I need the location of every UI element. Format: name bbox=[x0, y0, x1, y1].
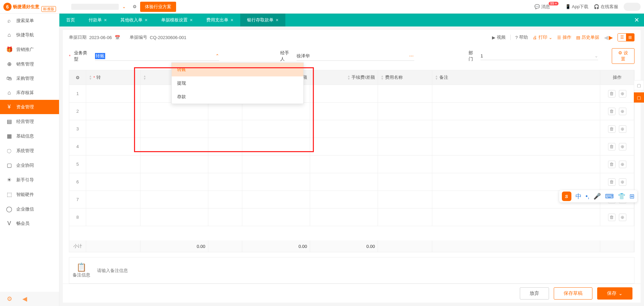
table-row[interactable]: 7🗑⊕ bbox=[69, 191, 634, 209]
col-fee[interactable]: ▲▼手续费/差额 bbox=[310, 70, 378, 85]
ime-punct-icon[interactable]: •, bbox=[586, 193, 589, 200]
trial-button[interactable]: 体验行业方案 bbox=[140, 2, 176, 12]
tab-home[interactable]: 首页 bbox=[59, 14, 82, 26]
tab-bankdeposit[interactable]: 银行存取款单✕ bbox=[240, 14, 285, 26]
sidebar-item-collab[interactable]: ▢企业协同 bbox=[0, 158, 59, 173]
sidebar-item-finance[interactable]: ¥资金管理 bbox=[0, 100, 59, 114]
row-add-icon[interactable]: ⊕ bbox=[619, 161, 626, 168]
draft-button[interactable]: 保存草稿 bbox=[554, 287, 592, 300]
row-add-icon[interactable]: ⊕ bbox=[619, 214, 626, 221]
save-button[interactable]: 保存 ⌄ bbox=[597, 287, 632, 300]
bag-icon: 🛍 bbox=[6, 75, 12, 82]
table-row[interactable]: 6🗑⊕ bbox=[69, 173, 634, 191]
gear-icon[interactable]: ⚙ bbox=[133, 4, 137, 9]
close-all-tabs[interactable]: ✕ bbox=[629, 16, 644, 24]
ime-keyboard-icon[interactable]: ⌨ bbox=[605, 193, 614, 200]
close-icon[interactable]: ✕ bbox=[104, 18, 107, 22]
sidebar-item-system[interactable]: ◌系统管理 bbox=[0, 143, 59, 158]
row-delete-icon[interactable]: 🗑 bbox=[608, 161, 615, 168]
close-icon[interactable]: ✕ bbox=[190, 18, 193, 22]
search-icon: ⌕ bbox=[6, 18, 12, 24]
row-add-icon[interactable]: ⊕ bbox=[619, 90, 626, 97]
row-delete-icon[interactable]: 🗑 bbox=[608, 125, 615, 133]
ime-lang[interactable]: 中 bbox=[575, 192, 582, 200]
bustype-select[interactable]: 转账 ⌃ bbox=[95, 52, 219, 61]
row-add-icon[interactable]: ⊕ bbox=[619, 125, 626, 133]
table-row[interactable]: 2🗑⊕ bbox=[69, 103, 634, 120]
table-row[interactable]: 3🗑⊕ bbox=[69, 120, 634, 138]
online-service-link[interactable]: 🎧 在线客服 bbox=[594, 4, 618, 10]
sidebar-item-wechat[interactable]: ◯企业微信 bbox=[0, 202, 59, 216]
tab-expense[interactable]: 费用支出单✕ bbox=[200, 14, 240, 26]
row-delete-icon[interactable]: 🗑 bbox=[608, 143, 615, 150]
dept-select[interactable]: 1 ⌄ bbox=[480, 52, 598, 60]
tab-otherincome[interactable]: 其他收入单✕ bbox=[114, 14, 154, 26]
table-row[interactable]: 4🗑⊕ bbox=[69, 138, 634, 156]
col-feename[interactable]: ▲▼费用名称 bbox=[378, 70, 432, 85]
settings-button[interactable]: ⚙ 设置 bbox=[612, 48, 634, 64]
video-link[interactable]: ▶ 视频 bbox=[492, 34, 506, 40]
table-row[interactable]: 8🗑⊕ bbox=[69, 209, 634, 226]
more-icon[interactable]: ⋯ bbox=[409, 53, 414, 58]
ime-skin-icon[interactable]: 👕 bbox=[618, 193, 625, 200]
prev-doc[interactable]: ◀ bbox=[604, 34, 608, 41]
table-row[interactable]: 1🗑⊕ bbox=[69, 85, 634, 103]
avatar[interactable] bbox=[624, 3, 641, 11]
next-doc[interactable]: ▶ bbox=[609, 34, 613, 41]
app-download-link[interactable]: 📱 App下载 bbox=[565, 4, 588, 10]
ime-tool-icon[interactable]: ⊞ bbox=[629, 193, 634, 200]
sidebar-item-guide[interactable]: ☀新手引导 bbox=[0, 173, 59, 187]
sidebar-item-purchase[interactable]: 🛍采购管理 bbox=[0, 71, 59, 86]
org-caret-icon[interactable]: ⌄ bbox=[122, 4, 126, 9]
tab-payment[interactable]: 付款单✕ bbox=[82, 14, 114, 26]
sidebar-settings-icon[interactable]: ⚙ bbox=[7, 295, 12, 303]
col-out[interactable]: ▲▼*转 bbox=[86, 70, 140, 85]
operate-button[interactable]: ☰ 操作 bbox=[557, 34, 571, 40]
ime-bar[interactable]: S 中 •, 🎤 ⌨ 👕 ⊞ bbox=[559, 190, 637, 202]
sidebar-item-marketing[interactable]: 🎁营销推广 bbox=[0, 42, 59, 57]
sidebar-item-hardware[interactable]: ⬚智能硬件 bbox=[0, 187, 59, 202]
help-link[interactable]: ? 帮助 bbox=[515, 34, 528, 40]
rail-btn-2[interactable]: ▢ bbox=[634, 92, 644, 103]
sidebar-item-quicknav[interactable]: ⌂快捷导航 bbox=[0, 28, 59, 42]
print-button[interactable]: 🖨 打印 ⌄ bbox=[533, 34, 552, 40]
dropdown-option-withdraw[interactable]: 提现 bbox=[172, 76, 303, 90]
ime-mic-icon[interactable]: 🎤 bbox=[593, 193, 601, 200]
col-remark2[interactable]: ▲▼备注 bbox=[432, 70, 600, 85]
sidebar-collapse-icon[interactable]: ◀ bbox=[22, 295, 27, 303]
dropdown-option-deposit[interactable]: 存款 bbox=[172, 90, 303, 104]
sidebar-item-baseinfo[interactable]: ▦基础信息 bbox=[0, 129, 59, 143]
sidebar-item-inventory[interactable]: ⌂库存核算 bbox=[0, 86, 59, 100]
messages-link[interactable]: 💬 消息99 + bbox=[534, 4, 560, 10]
row-add-icon[interactable]: ⊕ bbox=[619, 108, 626, 115]
sidebar-item-search[interactable]: ⌕搜索菜单 bbox=[0, 14, 59, 28]
table-row[interactable]: 5🗑⊕ bbox=[69, 156, 634, 173]
view-toggle[interactable]: ☰⊞ bbox=[618, 33, 634, 41]
doc-date-value[interactable]: 2023-06-06 bbox=[89, 35, 112, 40]
org-name-blur bbox=[71, 4, 119, 10]
rail-btn-1[interactable]: ▢ bbox=[634, 80, 644, 90]
row-delete-icon[interactable]: 🗑 bbox=[608, 90, 615, 97]
handler-input[interactable]: 徐泽华 ⋯ bbox=[297, 52, 414, 61]
remark-input[interactable] bbox=[94, 265, 634, 276]
sidebar-item-business[interactable]: ▤经营管理 bbox=[0, 114, 59, 129]
discard-button[interactable]: 放弃 bbox=[520, 287, 549, 300]
chevron-up-icon: ⌃ bbox=[215, 53, 219, 58]
row-add-icon[interactable]: ⊕ bbox=[619, 178, 626, 186]
tab-template[interactable]: 单据模板设置✕ bbox=[154, 14, 200, 26]
handler-label: 经手人 bbox=[280, 50, 293, 62]
row-delete-icon[interactable]: 🗑 bbox=[608, 178, 615, 186]
vip-icon: V bbox=[6, 220, 12, 227]
calendar-icon[interactable]: 📅 bbox=[115, 35, 120, 40]
row-add-icon[interactable]: ⊕ bbox=[619, 143, 626, 150]
close-icon[interactable]: ✕ bbox=[276, 18, 279, 22]
dropdown-option-transfer[interactable]: 转账 bbox=[172, 63, 303, 76]
sidebar-item-member[interactable]: V畅会员 bbox=[0, 216, 59, 231]
row-delete-icon[interactable]: 🗑 bbox=[608, 214, 615, 221]
col-gear[interactable]: ⚙ bbox=[69, 70, 86, 85]
sidebar-item-sales[interactable]: ⊕销售管理 bbox=[0, 57, 59, 71]
row-delete-icon[interactable]: 🗑 bbox=[608, 108, 615, 115]
close-icon[interactable]: ✕ bbox=[230, 18, 233, 22]
close-icon[interactable]: ✕ bbox=[145, 18, 148, 22]
history-button[interactable]: ▤ 历史单据 bbox=[576, 34, 599, 40]
